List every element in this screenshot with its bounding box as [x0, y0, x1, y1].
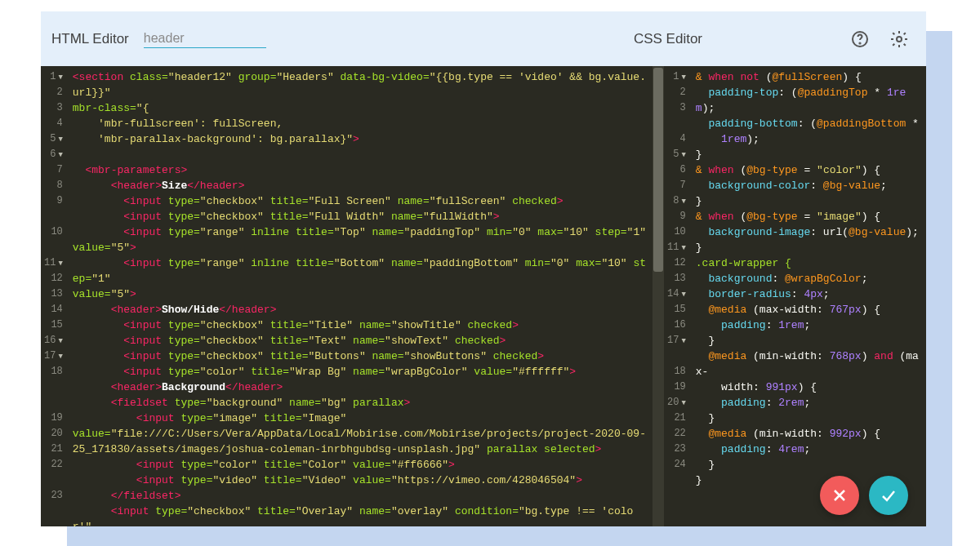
svg-point-1 — [859, 42, 860, 43]
css-gutter: 1▼23 45▼678▼91011▼121314▼151617▼ 181920▼… — [664, 66, 694, 526]
gear-icon[interactable] — [887, 27, 911, 51]
top-bar: HTML Editor CSS Editor — [41, 11, 926, 66]
html-code[interactable]: <section class="header12" group="Headers… — [71, 66, 653, 526]
html-editor-tab[interactable]: HTML Editor — [51, 31, 144, 47]
css-pane[interactable]: 1▼23 45▼678▼91011▼121314▼151617▼ 181920▼… — [664, 66, 926, 526]
html-pane[interactable]: 1▼2345▼6▼789 10 11▼1213141516▼17▼18 1920… — [41, 66, 664, 526]
html-scrollbar[interactable] — [653, 66, 664, 526]
search-input[interactable] — [144, 31, 266, 46]
search-field-wrap — [144, 29, 266, 48]
scroll-thumb[interactable] — [653, 68, 663, 272]
svg-point-2 — [897, 37, 902, 42]
editor-panes: 1▼2345▼6▼789 10 11▼1213141516▼17▼18 1920… — [41, 66, 926, 526]
cancel-button[interactable] — [820, 476, 859, 515]
editor-frame: HTML Editor CSS Editor 1▼2345▼6▼789 10 1… — [41, 11, 926, 526]
confirm-button[interactable] — [869, 476, 908, 515]
css-editor-tab[interactable]: CSS Editor — [634, 31, 702, 47]
html-gutter: 1▼2345▼6▼789 10 11▼1213141516▼17▼18 1920… — [41, 66, 71, 526]
help-icon[interactable] — [848, 27, 872, 51]
fab-group — [820, 476, 908, 515]
css-code[interactable]: & when not (@fullScreen) { padding-top: … — [694, 66, 926, 526]
